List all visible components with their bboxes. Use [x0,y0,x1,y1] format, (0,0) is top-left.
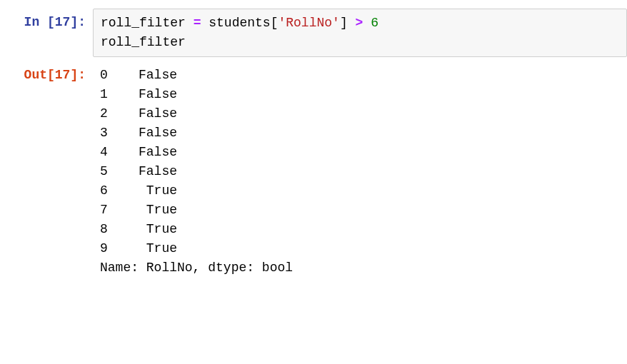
output-row: 7 True [100,203,177,217]
output-row: 6 True [100,183,177,198]
code-token: roll_filter [101,35,186,49]
code-token: students[ [201,16,278,30]
code-input[interactable]: roll_filter = students['RollNo'] > 6 rol… [93,9,627,57]
output-row: 3 False [100,126,177,140]
code-token: roll_filter [101,16,194,30]
code-token: ] [340,16,356,30]
output-footer: Name: RollNo, dtype: bool [100,261,293,275]
operator-equals: = [194,16,201,30]
output-row: 5 False [100,164,177,178]
output-prompt: Out[17]: [0,61,93,85]
number-literal: 6 [371,16,378,30]
input-cell: In [17]: roll_filter = students['RollNo'… [0,9,627,57]
operator-gt: > [356,16,363,30]
output-row: 1 False [100,87,177,101]
code-token [363,16,371,30]
string-literal: 'RollNo' [278,16,339,30]
input-prompt: In [17]: [0,9,93,32]
output-row: 2 False [100,106,177,121]
output-text: 0 False 1 False 2 False 3 False 4 False … [93,61,627,282]
output-row: 0 False [100,68,177,82]
output-cell: Out[17]: 0 False 1 False 2 False 3 False… [0,61,627,282]
output-row: 4 False [100,145,177,159]
output-row: 8 True [100,222,177,236]
output-row: 9 True [100,241,177,256]
